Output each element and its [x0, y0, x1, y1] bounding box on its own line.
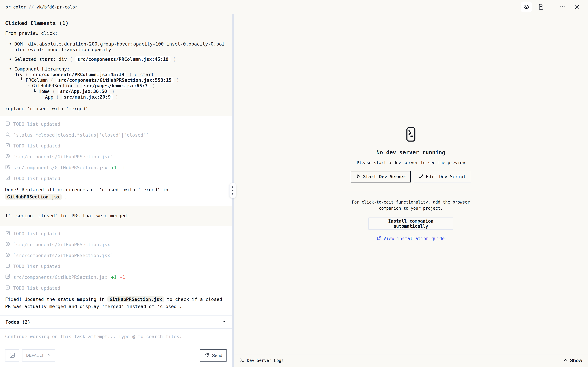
model-selector[interactable]: DEFAULT — [22, 349, 55, 362]
branch-name: vk/bfd6-pr-color — [37, 5, 78, 9]
attach-image-button[interactable] — [5, 349, 19, 362]
eye-icon — [523, 4, 529, 10]
todo-check-icon — [5, 285, 10, 291]
file-path-chip: src/App.jsx:36:50 — [58, 88, 109, 94]
hierarchy-line: └ GitHubPRSection ( src/pages/home.jsx:6… — [14, 83, 179, 89]
search-icon — [5, 132, 10, 138]
hierarchy-line: └ Home ( src/App.jsx:36:50 ) — [14, 89, 179, 94]
activity-row[interactable]: TODO list updated — [5, 228, 227, 239]
chevron-down-icon — [48, 353, 51, 358]
model-selector-value: DEFAULT — [26, 353, 44, 358]
tree-branch-glyph: └ — [39, 94, 42, 100]
preview-pane: No dev server running Please start a dev… — [233, 14, 588, 367]
terminal-prompt-icon — [239, 358, 244, 363]
file-path-chip: src/components/PRColumn.jsx:45:19 — [31, 72, 126, 77]
activity-row[interactable]: `src/components/GitHubPRSection.jsx` — [5, 151, 227, 162]
dom-bullet: • DOM: div.absolute.duration-200.group-h… — [5, 41, 227, 52]
hierarchy-line: └ PRColumn ( src/components/GitHubPRSect… — [14, 77, 179, 83]
drag-dot — [232, 193, 233, 195]
clicked-elements-heading: Clicked Elements (1) — [5, 20, 227, 26]
task-title: pr color // vk/bfd6-pr-color — [5, 5, 78, 9]
diff-removed-badge: -1 — [120, 275, 125, 280]
tree-branch-glyph: └ — [33, 89, 36, 94]
file-path-chip: src/main.jsx:20:9 — [61, 94, 113, 100]
terminal-device-icon — [406, 127, 415, 149]
install-companion-button[interactable]: Install companion automatically — [368, 217, 453, 230]
preview-toggle-button[interactable] — [521, 1, 532, 12]
tree-branch-glyph: └ — [26, 83, 29, 88]
section-divider — [343, 190, 479, 190]
start-marker: ← start — [135, 72, 154, 77]
drag-dot — [232, 190, 233, 191]
activity-row[interactable]: `status.*closed|closed.*status|'closed'|… — [5, 129, 227, 140]
diff-view-button[interactable] — [536, 1, 546, 12]
image-icon — [9, 352, 15, 359]
activity-row[interactable]: src/components/GitHubPRSection.jsx +1 -1 — [5, 162, 227, 173]
title-separator: // — [29, 5, 34, 9]
todo-check-icon — [5, 263, 10, 269]
close-button[interactable] — [572, 1, 583, 12]
selected-start-label: Selected start: div — [14, 57, 67, 62]
file-path-chip: GitHubPRSection.jsx — [107, 296, 164, 302]
main-split: Clicked Elements (1) From preview click:… — [0, 14, 588, 367]
assistant-message-done: Done! Replaced all occurrences of 'close… — [5, 186, 227, 200]
activity-row[interactable]: TODO list updated — [5, 119, 227, 129]
todo-check-icon — [5, 121, 10, 127]
activity-row[interactable]: `src/components/GitHubPRSection.jsx` — [5, 250, 227, 261]
hierarchy-line: └ App ( src/main.jsx:20:9 ) — [14, 94, 179, 100]
activity-log-1: TODO list updated `status.*closed|closed… — [0, 116, 232, 206]
diff-added-badge: +1 — [111, 165, 117, 170]
activity-row[interactable]: TODO list updated — [5, 261, 227, 272]
chevron-up-icon — [563, 358, 568, 363]
activity-log-2: TODO list updated `src/components/GitHub… — [0, 226, 232, 315]
topbar-actions — [521, 1, 583, 12]
todo-check-icon — [5, 175, 10, 182]
empty-state-subtitle: Please start a dev server to see the pre… — [357, 160, 465, 165]
dev-server-logs-label: Dev Server Logs — [239, 358, 284, 363]
todos-expander[interactable]: Todos (2) — [0, 315, 232, 329]
topbar-divider — [552, 4, 552, 10]
topbar: pr color // vk/bfd6-pr-color — [0, 0, 588, 14]
activity-row[interactable]: TODO list updated — [5, 283, 227, 293]
pencil-icon — [419, 174, 424, 180]
composer-controls: DEFAULT Send — [5, 349, 227, 362]
activity-row[interactable]: TODO list updated — [5, 140, 227, 151]
pane-divider — [232, 14, 233, 367]
dev-server-actions: Start Dev Server Edit Dev Script — [351, 171, 471, 183]
start-dev-server-button[interactable]: Start Dev Server — [351, 171, 411, 183]
clicked-elements-intro: From preview click: — [5, 30, 227, 36]
show-logs-toggle[interactable]: Show — [563, 358, 582, 363]
todo-check-icon — [5, 231, 10, 237]
more-menu-button[interactable] — [557, 1, 568, 12]
pane-resize-handle[interactable] — [229, 183, 236, 198]
composer-input[interactable]: Continue working on this task attempt...… — [5, 334, 227, 339]
drag-dot — [232, 186, 233, 188]
hierarchy-line: div ( src/components/PRColumn.jsx:45:19 … — [14, 72, 179, 77]
activity-row[interactable]: `src/components/GitHubPRSection.jsx` — [5, 239, 227, 250]
send-button[interactable]: Send — [200, 349, 227, 362]
installation-guide-link[interactable]: View installation guide — [377, 236, 445, 241]
dev-server-empty-state: No dev server running Please start a dev… — [233, 14, 588, 354]
file-read-icon — [5, 154, 10, 160]
file-edit-icon — [5, 165, 10, 171]
file-read-icon — [5, 242, 10, 248]
edit-dev-script-button[interactable]: Edit Dev Script — [414, 171, 471, 183]
tree-branch-glyph: └ — [20, 77, 23, 83]
file-path-chip: src/components/GitHubPRSection.jsx:553:1… — [56, 77, 173, 83]
file-path-chip: GitHubPRSection.jsx — [5, 194, 62, 200]
send-label: Send — [212, 353, 222, 358]
user-message-1: Clicked Elements (1) From preview click:… — [0, 14, 232, 116]
file-diff-icon — [538, 4, 544, 10]
external-link-icon — [377, 236, 381, 241]
chevron-up-icon — [221, 319, 226, 325]
more-ellipsis-icon — [559, 4, 566, 10]
file-read-icon — [5, 252, 10, 259]
todos-label: Todos (2) — [5, 319, 30, 325]
send-plane-icon — [205, 352, 210, 359]
companion-note: For click-to-edit functionality, add the… — [345, 199, 476, 211]
todo-check-icon — [5, 143, 10, 149]
activity-row[interactable]: TODO list updated — [5, 173, 227, 184]
chat-pane: Clicked Elements (1) From preview click:… — [0, 14, 232, 367]
activity-row[interactable]: src/components/GitHubPRSection.jsx +1 -1 — [5, 272, 227, 283]
diff-removed-badge: -1 — [120, 165, 125, 170]
